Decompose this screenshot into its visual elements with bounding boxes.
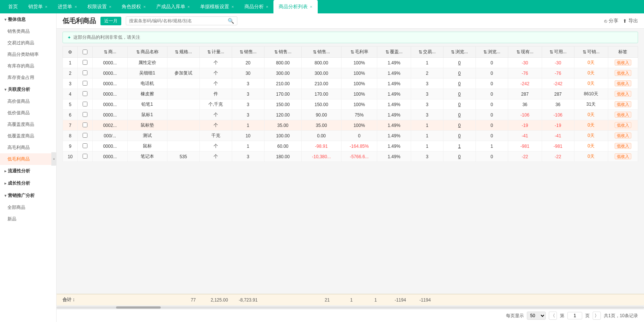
th-view2[interactable]: ⇅浏览... [475,47,508,58]
th-coverage[interactable]: ⇅覆盖... [377,47,411,58]
search-input[interactable] [129,18,228,23]
nav-permission[interactable]: 权限设置 × [82,0,116,13]
row-checkbox-cell[interactable] [78,141,93,152]
th-view1[interactable]: ⇅浏览... [443,47,476,58]
close-icon[interactable]: × [109,4,111,9]
row-trade: 3 [411,110,443,120]
scrollbar-thumb[interactable] [116,306,161,309]
th-settings[interactable]: ⚙ [63,47,78,58]
share-button[interactable]: ⎋ 分享 [604,17,618,24]
row-checkbox-cell[interactable] [78,79,93,89]
nav-template[interactable]: 单据模板设置 × [195,0,239,13]
th-available[interactable]: ⇅可用... [542,47,574,58]
sidebar-item-stock-capital[interactable]: 库存资金占用 [0,72,56,83]
sidebar-item-low-value[interactable]: 低价值商品 [0,107,56,119]
page-input[interactable] [567,312,582,319]
nav-sales[interactable]: 销货单 × [23,0,52,13]
row-view1[interactable]: 0 [443,152,476,162]
th-trade[interactable]: ⇅交易... [411,47,443,58]
row-checkbox[interactable] [83,143,87,148]
export-button[interactable]: ⬆ 导出 [623,17,638,24]
close-icon[interactable]: × [310,4,312,9]
nav-product-analysis-list[interactable]: 商品分析列表 × [273,0,317,13]
th-sellable[interactable]: ⇅可销... [574,47,608,58]
nav-product-analysis[interactable]: 商品分析 × [239,0,273,13]
sidebar-item-high-margin[interactable]: 高毛利商品 [0,142,56,153]
row-checkbox[interactable] [83,133,87,138]
nav-home[interactable]: 首页 [3,0,23,13]
row-checkbox-cell[interactable] [78,99,93,110]
sidebar-item-all-goods[interactable]: 全部商品 [0,202,56,213]
th-sale-qty[interactable]: ⇅销售... [232,47,264,58]
th-current-stock[interactable]: ⇅现有... [508,47,542,58]
sidebar-group-overview[interactable]: ▾ 整体信息 [0,13,56,26]
nav-role[interactable]: 角色授权 × [116,0,151,13]
row-checkbox-cell[interactable] [78,110,93,120]
close-icon[interactable]: × [231,4,234,9]
sidebar-group-growth[interactable]: ▸ 成长性分析 [0,177,56,189]
row-checkbox-cell[interactable] [78,131,93,141]
close-icon[interactable]: × [266,4,268,9]
row-checkbox[interactable] [83,154,87,159]
sidebar-group-correlation[interactable]: ▾ 关联度分析 [0,83,56,96]
row-checkbox[interactable] [83,122,87,127]
sidebar-item-stock-goods[interactable]: 有库存的商品 [0,60,56,72]
row-view1[interactable]: 0 [443,79,476,89]
per-page-select[interactable]: 50 100 200 [527,312,546,320]
sidebar-item-sales-goods[interactable]: 销售类商品 [0,26,56,37]
nav-purchase[interactable]: 进货单 × [52,0,82,13]
row-view1[interactable]: 0 [443,89,476,99]
sidebar-item-low-margin[interactable]: 低毛利商品 [0,153,56,165]
sidebar-item-category-rate[interactable]: 商品分类助销率 [0,49,56,60]
nav-product-in[interactable]: 产成品入库单 × [151,0,195,13]
prev-page-button[interactable]: 〈 [549,312,557,320]
row-checkbox-cell[interactable] [78,68,93,79]
row-checkbox[interactable] [83,70,87,75]
row-checkbox[interactable] [83,81,87,86]
sidebar-item-high-value[interactable]: 高价值商品 [0,96,56,107]
row-view1[interactable]: 0 [443,120,476,131]
th-tag[interactable]: 标签 [608,47,638,58]
row-checkbox-cell[interactable] [78,89,93,99]
th-spec[interactable]: ⇅规格... [167,47,199,58]
select-all-checkbox[interactable] [83,50,87,54]
per-page-label: 每页显示 [506,313,524,319]
sidebar-item-traded-goods[interactable]: 交易过的商品 [0,37,56,49]
th-sale-amount[interactable]: ⇅销售... [301,47,341,58]
row-current-stock: -242 [508,79,542,89]
row-view1[interactable]: 1 [443,141,476,152]
close-icon[interactable]: × [143,4,145,9]
scrollbar-area[interactable] [57,305,644,309]
row-checkbox[interactable] [83,91,87,96]
row-checkbox[interactable] [83,60,87,65]
th-code[interactable]: ⇅商... [93,47,128,58]
row-view1[interactable]: 0 [443,131,476,141]
close-icon[interactable]: × [45,4,47,9]
row-view1[interactable]: 0 [443,58,476,68]
sidebar-item-low-coverage[interactable]: 低覆盖度商品 [0,130,56,142]
close-icon[interactable]: × [188,4,190,9]
row-view1[interactable]: 0 [443,110,476,120]
date-filter-button[interactable]: 近一月 [100,17,121,25]
sidebar-group-marketing[interactable]: ▾ 营销推广分析 [0,189,56,202]
sidebar-group-circulation[interactable]: ▸ 流通性分析 [0,165,56,177]
close-icon[interactable]: × [74,4,77,9]
row-view1[interactable]: 0 [443,68,476,79]
th-unit[interactable]: ⇅计量... [199,47,232,58]
row-checkbox[interactable] [83,112,87,117]
row-checkbox-cell[interactable] [78,120,93,131]
row-current-stock: 36 [508,99,542,110]
row-checkbox[interactable] [83,102,87,106]
row-checkbox-cell[interactable] [78,152,93,162]
th-sale-price[interactable]: ⇅销售... [264,47,301,58]
sidebar-item-high-coverage[interactable]: 高覆盖度商品 [0,119,56,130]
row-checkbox-cell[interactable] [78,58,93,68]
next-page-button[interactable]: 〉 [593,312,601,320]
th-name[interactable]: ⇅商品名称 [127,47,167,58]
search-icon[interactable]: 🔍 [228,18,234,24]
th-checkbox[interactable] [78,47,93,58]
th-gross-margin[interactable]: ⇅毛利率 [341,47,377,58]
sidebar-item-new-goods[interactable]: 新品 [0,213,56,225]
row-view1[interactable]: 0 [443,99,476,110]
sidebar-collapse-btn[interactable]: « [51,152,57,166]
